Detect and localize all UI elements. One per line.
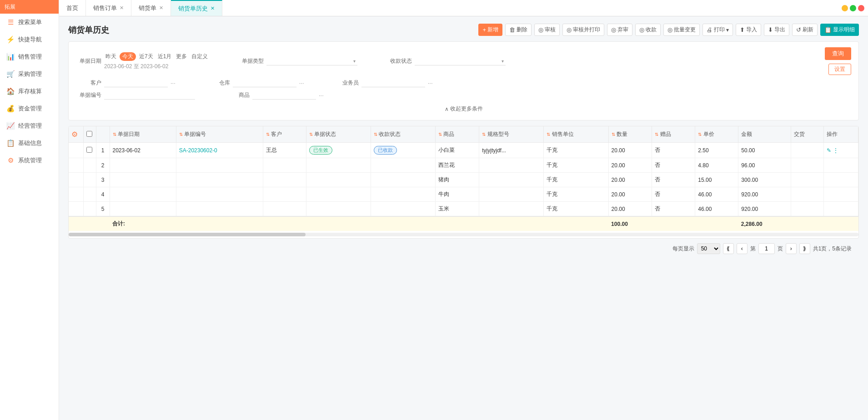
doc-status-badge: 已生效: [309, 146, 332, 155]
cell-doc-status: [306, 187, 371, 202]
cell-checkbox: [83, 143, 96, 158]
abandon-button[interactable]: ◎ 弃审: [607, 24, 632, 36]
settings-button[interactable]: 设置: [828, 64, 851, 75]
tab-sales-order-label: 销售订单: [93, 4, 117, 12]
review-label: 审核: [545, 26, 556, 34]
shortcut-today[interactable]: 今天: [120, 52, 136, 61]
scrollbar-thumb[interactable]: [69, 233, 306, 236]
cell-price: 15.00: [695, 173, 738, 187]
window-close-button[interactable]: [858, 5, 864, 11]
sort-icon[interactable]: ⇅: [374, 132, 377, 137]
collect-button[interactable]: ◎ 收款: [635, 24, 661, 36]
shortcut-1month[interactable]: 近1月: [156, 52, 173, 61]
sort-icon[interactable]: ⇅: [309, 132, 313, 137]
sort-icon[interactable]: ⇅: [113, 132, 116, 137]
cell-gift: 否: [652, 187, 695, 202]
refresh-icon: ↺: [796, 26, 801, 33]
refresh-button[interactable]: ↺ 刷新: [792, 24, 818, 36]
warehouse-ellipsis[interactable]: ···: [299, 80, 304, 86]
review-button[interactable]: ◎ 审核: [534, 24, 560, 36]
print-icon: 🖨: [707, 26, 712, 33]
payment-status-badge: 已收款: [374, 146, 397, 155]
per-page-select[interactable]: 50 20 100: [697, 243, 720, 254]
sidebar-item-quick-nav[interactable]: ⚡ 快捷导航: [0, 31, 59, 48]
payment-status-select[interactable]: [415, 57, 506, 65]
sidebar-item-finance[interactable]: 💰 资金管理: [0, 100, 59, 117]
edit-action[interactable]: ✎: [827, 147, 831, 154]
shortcut-yesterday[interactable]: 昨天: [104, 52, 118, 61]
first-page-button[interactable]: ⟪: [723, 243, 734, 254]
sidebar-item-search-menu[interactable]: ☰ 搜索菜单: [0, 14, 59, 31]
close-sales-goods-icon[interactable]: ✕: [159, 5, 163, 11]
sidebar-item-operations[interactable]: 📈 经营管理: [0, 117, 59, 135]
window-minimize-button[interactable]: [842, 5, 848, 11]
window-maximize-button[interactable]: [850, 5, 856, 11]
cell-payment-status: 已收款: [371, 143, 435, 158]
export-button[interactable]: ⬇ 导出: [764, 24, 789, 36]
review-print-button[interactable]: ◎ 审核并打印: [562, 24, 604, 36]
sort-icon[interactable]: ⇅: [698, 132, 702, 137]
close-sales-history-icon[interactable]: ✕: [211, 5, 215, 11]
cell-customer: [263, 202, 306, 217]
sidebar-item-purchase-mgmt[interactable]: 🛒 采购管理: [0, 65, 59, 83]
page-title: 销货单历史: [68, 25, 109, 35]
warehouse-input[interactable]: [233, 79, 296, 87]
cell-action: [824, 202, 858, 217]
col-customer-label: 客户: [271, 131, 282, 137]
next-page-button[interactable]: ›: [786, 243, 797, 254]
cell-customer: [263, 158, 306, 173]
docno-input[interactable]: [104, 91, 195, 100]
print-button[interactable]: 🖨 打印 ▾: [702, 24, 733, 36]
tab-sales-order[interactable]: 销售订单 ✕: [86, 0, 131, 16]
horizontal-scrollbar[interactable]: [69, 233, 858, 236]
sidebar-item-inventory[interactable]: 🏠 库存核算: [0, 83, 59, 100]
sort-icon[interactable]: ⇅: [438, 132, 442, 137]
cell-doc-status: [306, 202, 371, 217]
delete-button[interactable]: 🗑 删除: [505, 24, 532, 36]
tab-sales-goods[interactable]: 销货单 ✕: [131, 0, 171, 16]
filter-date-label: 单据日期: [76, 57, 101, 65]
shortcut-7days[interactable]: 近7天: [138, 52, 155, 61]
table-settings-icon[interactable]: ⚙: [71, 130, 78, 138]
row-checkbox[interactable]: [86, 147, 92, 153]
select-all-checkbox[interactable]: [86, 131, 92, 137]
cell-settings: [69, 202, 83, 217]
more-action[interactable]: ⋮: [833, 147, 838, 154]
sort-icon[interactable]: ⇅: [179, 132, 183, 137]
sidebar-item-basic-info[interactable]: 📋 基础信息: [0, 135, 59, 152]
sort-icon[interactable]: ⇅: [612, 132, 615, 137]
main-area: 首页 销售订单 ✕ 销货单 ✕ 销货单历史 ✕ 销货单历史 +: [59, 0, 868, 420]
sort-icon[interactable]: ⇅: [482, 132, 486, 137]
collapse-button[interactable]: ∧ 收起更多条件: [441, 103, 487, 115]
last-page-button[interactable]: ⟫: [799, 243, 810, 254]
doc-no-link[interactable]: SA-20230602-0: [179, 147, 217, 154]
cell-unit: 千克: [544, 187, 608, 202]
salesperson-ellipsis[interactable]: ···: [428, 80, 433, 86]
sidebar-item-sys-mgmt[interactable]: ⚙ 系统管理: [0, 152, 59, 169]
cell-qty: 20.00: [608, 143, 652, 158]
close-sales-order-icon[interactable]: ✕: [120, 5, 124, 11]
sort-icon[interactable]: ⇅: [655, 132, 658, 137]
tab-home[interactable]: 首页: [59, 0, 86, 16]
sidebar-item-sales-mgmt[interactable]: 📊 销售管理: [0, 48, 59, 65]
query-button[interactable]: 查询: [825, 47, 851, 60]
salesperson-input[interactable]: [361, 79, 425, 87]
tab-sales-history[interactable]: 销货单历史 ✕: [171, 0, 222, 16]
sort-icon[interactable]: ⇅: [547, 132, 550, 137]
import-button[interactable]: ⬆ 导入: [736, 24, 761, 36]
goods-input[interactable]: [252, 91, 316, 100]
display-button[interactable]: 📋 显示明细: [820, 24, 859, 36]
cell-doc-no: [176, 202, 263, 217]
batch-change-button[interactable]: ◎ 批量变更: [663, 24, 700, 36]
new-button[interactable]: + 新增: [478, 24, 502, 36]
sort-icon[interactable]: ⇅: [266, 132, 270, 137]
customer-input[interactable]: [104, 79, 168, 87]
page-number-input[interactable]: [758, 243, 775, 254]
goods-ellipsis[interactable]: ···: [319, 92, 324, 99]
cell-amount: 920.00: [738, 187, 791, 202]
shortcut-custom[interactable]: 自定义: [190, 52, 209, 61]
customer-ellipsis[interactable]: ···: [171, 80, 176, 86]
doc-type-select[interactable]: [266, 57, 357, 65]
shortcut-more[interactable]: 更多: [175, 52, 188, 61]
prev-page-button[interactable]: ‹: [737, 243, 748, 254]
